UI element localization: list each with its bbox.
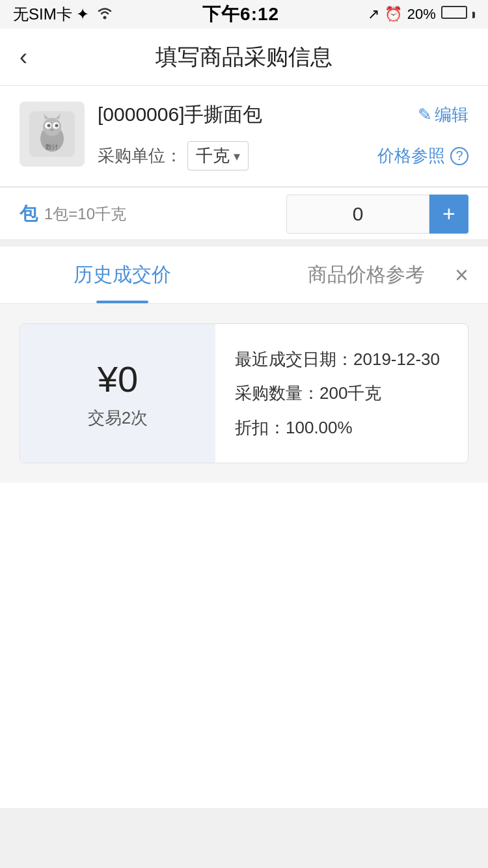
battery-percent: 20% xyxy=(407,6,436,23)
price-left-panel: ¥0 交易2次 xyxy=(20,324,215,463)
no-sim-text: 无SIM卡 ✦ xyxy=(13,4,89,25)
page-title: 填写商品采购信息 xyxy=(156,42,332,72)
product-name: [0000006]手撕面包 xyxy=(98,102,262,128)
tab-history-label: 历史成交价 xyxy=(74,262,171,288)
product-thumbnail: 数计 xyxy=(20,102,85,167)
edit-icon: ✎ xyxy=(418,105,432,125)
quantity-left: 包 1包=10千克 xyxy=(20,202,126,226)
tab-market-price[interactable]: 商品价格参考 xyxy=(244,247,488,303)
close-button[interactable]: × xyxy=(455,262,468,289)
quantity-plus-button[interactable]: + xyxy=(429,195,468,234)
status-time: 下午6:12 xyxy=(202,2,279,27)
alarm-icon: ⏰ xyxy=(385,6,402,23)
price-ref-question-icon: ? xyxy=(450,147,468,165)
svg-text:数计: 数计 xyxy=(46,143,59,150)
purchase-qty-row: 采购数量：200千克 xyxy=(235,381,448,405)
bottom-area xyxy=(0,483,488,808)
svg-point-7 xyxy=(55,124,59,128)
product-unit-row: 采购单位： 千克 ▾ 价格参照 ? xyxy=(98,141,468,170)
svg-point-6 xyxy=(47,124,51,128)
location-icon: ↗ xyxy=(368,6,379,23)
price-amount: ¥0 xyxy=(98,358,138,400)
discount-row: 折扣：100.00% xyxy=(235,416,448,439)
price-right-panel: 最近成交日期：2019-12-30 采购数量：200千克 折扣：100.00% xyxy=(215,324,468,463)
unit-label: 采购单位： xyxy=(98,144,182,167)
quantity-unit-equiv: 1包=10千克 xyxy=(44,204,126,224)
purchase-qty-value: 200千克 xyxy=(319,383,381,403)
product-image: 数计 xyxy=(29,111,75,157)
svg-point-0 xyxy=(103,16,107,20)
back-button[interactable]: ‹ xyxy=(20,44,27,71)
product-info: [0000006]手撕面包 ✎ 编辑 采购单位： 千克 ▾ 价格参照 ? xyxy=(98,102,468,170)
recent-date-label: 最近成交日期： xyxy=(235,349,353,369)
price-card: ¥0 交易2次 最近成交日期：2019-12-30 采购数量：200千克 折扣：… xyxy=(20,323,468,463)
product-header: [0000006]手撕面包 ✎ 编辑 xyxy=(98,102,468,128)
quantity-input-wrap: + xyxy=(286,195,468,234)
quantity-input[interactable] xyxy=(286,195,429,234)
tab-market-label: 商品价格参考 xyxy=(308,262,425,288)
edit-label: 编辑 xyxy=(435,103,468,126)
recent-date-value: 2019-12-30 xyxy=(353,349,440,369)
nav-bar: ‹ 填写商品采购信息 xyxy=(0,29,488,86)
discount-label: 折扣： xyxy=(235,418,286,437)
status-bar: 无SIM卡 ✦ 下午6:12 ↗ ⏰ 20% xyxy=(0,0,488,29)
quantity-section: 包 1包=10千克 + xyxy=(0,188,488,240)
wifi-icon xyxy=(96,5,114,23)
unit-dropdown-arrow: ▾ xyxy=(234,148,240,164)
status-icons: ↗ ⏰ 20% xyxy=(368,6,475,23)
price-transactions: 交易2次 xyxy=(88,407,148,429)
unit-value: 千克 xyxy=(196,144,230,167)
purchase-qty-label: 采购数量： xyxy=(235,383,319,403)
tab-active-underline xyxy=(96,301,148,303)
discount-value: 100.00% xyxy=(286,418,353,437)
status-carrier: 无SIM卡 ✦ xyxy=(13,4,114,25)
edit-button[interactable]: ✎ 编辑 xyxy=(418,103,468,126)
section-divider xyxy=(0,240,488,247)
product-card: 数计 [0000006]手撕面包 ✎ 编辑 采购单位： 千克 ▾ 价格参照 ? xyxy=(0,86,488,187)
recent-date-row: 最近成交日期：2019-12-30 xyxy=(235,347,448,371)
history-content: ¥0 交易2次 最近成交日期：2019-12-30 采购数量：200千克 折扣：… xyxy=(0,304,488,483)
price-reference-button[interactable]: 价格参照 ? xyxy=(377,144,468,167)
quantity-unit-badge: 包 xyxy=(20,202,38,226)
tabs-bar: 历史成交价 商品价格参考 × xyxy=(0,247,488,304)
price-ref-label: 价格参照 xyxy=(377,144,445,167)
tab-history-price[interactable]: 历史成交价 xyxy=(0,247,244,303)
unit-select[interactable]: 千克 ▾ xyxy=(187,141,249,170)
battery-icon xyxy=(441,6,475,23)
